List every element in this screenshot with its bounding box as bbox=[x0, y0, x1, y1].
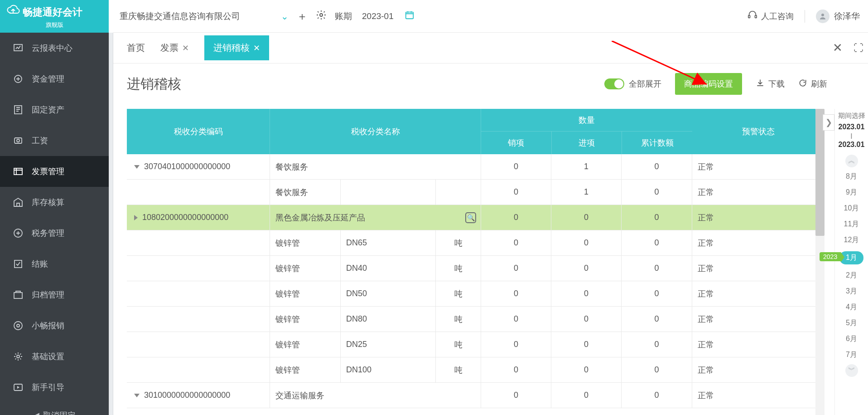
table-row[interactable]: 镀锌管DN40吨000正常 bbox=[127, 256, 825, 281]
table-row[interactable]: 镀锌管DN65吨000正常 bbox=[127, 230, 825, 256]
close-tab-icon[interactable]: ✕ bbox=[833, 41, 843, 55]
tab-close-icon[interactable]: ✕ bbox=[182, 43, 189, 53]
tabs-bar: 首页发票✕进销稽核✕ ✕ ⛶ bbox=[113, 33, 868, 63]
rail-month-11[interactable]: 7月 bbox=[846, 350, 857, 360]
cell-accum: 0 bbox=[654, 187, 659, 197]
cell-warn: 正常 bbox=[698, 212, 714, 223]
settings-button[interactable] bbox=[316, 10, 327, 23]
rail-month-10[interactable]: 6月 bbox=[846, 334, 857, 344]
sidebar-item-4[interactable]: 发票管理 bbox=[0, 156, 109, 187]
tab-2[interactable]: 进销稽核✕ bbox=[204, 35, 269, 60]
period-value: 2023-01 bbox=[362, 11, 394, 21]
rail-month-8[interactable]: 4月 bbox=[846, 303, 857, 312]
cell-warn: 正常 bbox=[698, 161, 714, 172]
page-header: 进销稽核 全部展开 商品编码设置 下载 刷新 bbox=[113, 63, 841, 104]
cell-name: 镀锌管 bbox=[275, 365, 300, 376]
caret-down-icon[interactable] bbox=[134, 394, 140, 397]
download-label: 下载 bbox=[768, 78, 785, 89]
unpin-sidebar[interactable]: ◀ 取消固定 bbox=[0, 403, 109, 415]
nav-label: 结账 bbox=[32, 259, 48, 269]
vertical-scrollbar[interactable] bbox=[815, 109, 825, 415]
tab-close-icon[interactable]: ✕ bbox=[253, 43, 260, 53]
rail-month-3[interactable]: 11月 bbox=[844, 220, 859, 229]
sidebar-item-7[interactable]: 结账 bbox=[0, 249, 109, 279]
sidebar-item-1[interactable]: 资金管理 bbox=[0, 63, 109, 94]
rail-year-badge: 2023 bbox=[820, 252, 841, 261]
rail-from: 2023.01 bbox=[839, 122, 865, 132]
cell-warn: 正常 bbox=[698, 288, 714, 299]
download-button[interactable]: 下载 bbox=[756, 78, 785, 90]
rail-month-7[interactable]: 3月 bbox=[846, 287, 857, 296]
cell-in: 0 bbox=[584, 213, 588, 222]
tab-1[interactable]: 发票✕ bbox=[160, 42, 189, 54]
magnifier-icon[interactable]: 🔍 bbox=[465, 212, 476, 223]
table-row[interactable]: 3070401000000000000餐饮服务010正常 bbox=[127, 154, 825, 180]
company-selector[interactable]: 重庆畅捷交通信息咨询有限公司 ⌄ bbox=[120, 10, 289, 22]
rail-month-5[interactable]: 1月2023 bbox=[839, 251, 863, 264]
refresh-label: 刷新 bbox=[811, 78, 827, 89]
svg-point-12 bbox=[320, 14, 323, 16]
cell-spec: DN50 bbox=[346, 289, 367, 298]
cell-warn: 正常 bbox=[698, 314, 714, 325]
cell-code: 1080200000000000000 bbox=[142, 213, 228, 222]
rail-month-2[interactable]: 10月 bbox=[844, 204, 859, 213]
user-menu[interactable]: 徐泽华 bbox=[816, 10, 860, 23]
cell-unit: 吨 bbox=[454, 339, 463, 350]
fullscreen-icon[interactable]: ⛶ bbox=[854, 42, 863, 54]
sidebar-item-11[interactable]: 新手引导 bbox=[0, 372, 109, 403]
caret-down-icon[interactable] bbox=[134, 165, 140, 169]
rail-collapse-icon[interactable]: ❯ bbox=[823, 114, 834, 131]
rail-month-1[interactable]: 9月 bbox=[846, 188, 857, 197]
table-row[interactable]: 3010000000000000000交通运输服务000正常 bbox=[127, 383, 825, 408]
rail-month-6[interactable]: 2月 bbox=[846, 271, 857, 280]
product-code-settings-button[interactable]: 商品编码设置 bbox=[675, 73, 742, 95]
nav-label: 税务管理 bbox=[32, 228, 64, 239]
table-row[interactable]: 镀锌管DN25吨000正常 bbox=[127, 332, 825, 357]
cell-out: 0 bbox=[514, 289, 518, 298]
calendar-icon[interactable] bbox=[405, 10, 415, 22]
svg-point-16 bbox=[821, 14, 824, 16]
rail-next-icon[interactable]: ︾ bbox=[845, 364, 858, 377]
nav-label: 发票管理 bbox=[32, 166, 64, 177]
consult-link[interactable]: 人工咨询 bbox=[747, 10, 794, 22]
sidebar-item-8[interactable]: 归档管理 bbox=[0, 279, 109, 310]
rail-month-0[interactable]: 8月 bbox=[846, 172, 857, 181]
cell-name: 餐饮服务 bbox=[275, 161, 308, 172]
cell-out: 0 bbox=[514, 391, 518, 400]
rail-prev-icon[interactable]: ︽ bbox=[845, 155, 858, 167]
table-row[interactable]: 镀锌管DN50吨000正常 bbox=[127, 281, 825, 307]
rail-month-9[interactable]: 5月 bbox=[846, 318, 857, 328]
table-row[interactable]: 镀锌管DN100吨000正常 bbox=[127, 357, 825, 383]
cell-out: 0 bbox=[514, 340, 518, 349]
svg-rect-14 bbox=[748, 15, 750, 18]
nav-label: 小畅报销 bbox=[32, 320, 64, 331]
sidebar-resize-handle[interactable] bbox=[109, 33, 113, 415]
sidebar-item-2[interactable]: 固定资产 bbox=[0, 94, 109, 125]
rail-month-4[interactable]: 12月 bbox=[844, 235, 859, 245]
cell-in: 0 bbox=[584, 365, 588, 375]
cell-accum: 0 bbox=[654, 391, 659, 400]
expand-all-toggle[interactable] bbox=[604, 78, 624, 89]
table-row[interactable]: 1080200000000000000黑色金属冶炼及压延产品🔍000正常 bbox=[127, 205, 825, 230]
cell-spec: DN40 bbox=[346, 264, 367, 273]
sidebar-item-9[interactable]: 小畅报销 bbox=[0, 310, 109, 341]
table-header: 税收分类编码 税收分类名称 数量 销项 进项 累计数额 预警状态 bbox=[127, 109, 825, 154]
sidebar-item-5[interactable]: 库存核算 bbox=[0, 187, 109, 218]
cell-unit: 吨 bbox=[454, 263, 463, 274]
cell-name: 镀锌管 bbox=[275, 314, 300, 325]
table-row[interactable]: 餐饮服务010正常 bbox=[127, 180, 825, 205]
table-row[interactable]: 镀锌管DN80吨000正常 bbox=[127, 307, 825, 332]
sidebar-item-6[interactable]: 税务管理 bbox=[0, 218, 109, 249]
th-out: 销项 bbox=[481, 132, 552, 154]
caret-right-icon[interactable] bbox=[134, 215, 138, 220]
nav-icon-5 bbox=[13, 197, 24, 208]
sidebar-item-10[interactable]: 基础设置 bbox=[0, 341, 109, 372]
add-button[interactable]: ＋ bbox=[297, 9, 308, 24]
sidebar-item-3[interactable]: 工资 bbox=[0, 125, 109, 156]
tab-0[interactable]: 首页 bbox=[127, 42, 145, 54]
nav-icon-0 bbox=[13, 43, 24, 54]
consult-label: 人工咨询 bbox=[761, 11, 794, 22]
refresh-button[interactable]: 刷新 bbox=[798, 78, 827, 90]
sidebar-item-0[interactable]: 云报表中心 bbox=[0, 33, 109, 63]
th-warn: 预警状态 bbox=[692, 109, 825, 154]
